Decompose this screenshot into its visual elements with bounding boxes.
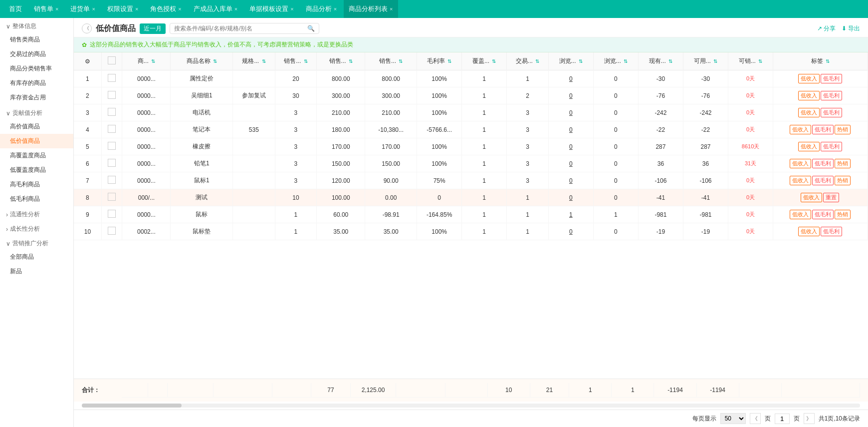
row-checkbox[interactable] (108, 125, 116, 133)
pv1-link[interactable]: 0 (569, 228, 573, 235)
nav-roles[interactable]: 角色授权 × (145, 0, 186, 18)
horizontal-scrollbar-thumb[interactable] (82, 404, 182, 408)
sidebar-group-contribution[interactable]: ∨ 贡献值分析 (0, 105, 73, 119)
pv1-link[interactable]: 0 (569, 109, 573, 116)
cell-pv1[interactable]: 0 (548, 138, 593, 155)
sidebar-item-stocked-goods[interactable]: 有库存的商品 (0, 76, 73, 90)
th-coverage[interactable]: 覆盖... ⇅ (462, 52, 507, 70)
sidebar-item-new-goods[interactable]: 新品 (0, 264, 73, 279)
horizontal-scrollbar-track[interactable] (82, 404, 860, 408)
sidebar-collapse-button[interactable]: 《 (82, 23, 92, 33)
pv1-link[interactable]: 0 (569, 177, 573, 184)
th-gross[interactable]: 毛利率 ⇅ (417, 52, 462, 70)
sidebar-item-sales-goods[interactable]: 销售类商品 (0, 32, 73, 47)
sidebar-item-traded-goods[interactable]: 交易过的商品 (0, 47, 73, 61)
pv1-link[interactable]: 1 (569, 211, 573, 218)
per-page-select[interactable]: 50 100 200 (720, 413, 746, 424)
th-check[interactable] (101, 52, 122, 70)
export-button[interactable]: ⬇ 导出 (842, 24, 860, 33)
sidebar-item-stock-capital[interactable]: 库存资金占用 (0, 90, 73, 105)
th-sales-qty[interactable]: 销售... ⇅ (275, 52, 317, 70)
row-checkbox[interactable] (108, 159, 116, 167)
sidebar-item-high-margin[interactable]: 高毛利商品 (0, 177, 73, 192)
th-pv2[interactable]: 浏览... ⇅ (593, 52, 638, 70)
th-sellable[interactable]: 可销... ⇅ (728, 52, 773, 70)
cell-pv1[interactable]: 0 (548, 87, 593, 104)
pv1-link[interactable]: 0 (569, 92, 573, 99)
nav-goods-analysis-list-close[interactable]: × (390, 6, 393, 12)
sidebar-item-low-value[interactable]: 低价值商品 (0, 134, 73, 148)
sidebar-item-category-rate[interactable]: 商品分类销售率 (0, 61, 73, 76)
cell-pv1[interactable]: 0 (548, 155, 593, 172)
sidebar-item-low-coverage[interactable]: 低覆盖度商品 (0, 163, 73, 177)
cell-pv1[interactable]: 0 (548, 223, 593, 240)
nav-template[interactable]: 单据模板设置 × (244, 0, 298, 18)
pv1-link[interactable]: 0 (569, 194, 573, 201)
select-all-checkbox[interactable] (108, 56, 116, 64)
cell-pv1[interactable]: 1 (548, 206, 593, 223)
cell-check[interactable] (101, 121, 122, 138)
cell-pv1[interactable]: 0 (548, 70, 593, 87)
last-page-button[interactable]: 》 (804, 413, 815, 424)
nav-product-warehouse-close[interactable]: × (234, 6, 237, 12)
sidebar-item-high-coverage[interactable]: 高覆盖度商品 (0, 148, 73, 163)
th-name[interactable]: 商品名称 ⇅ (171, 52, 233, 70)
cell-check[interactable] (101, 189, 122, 206)
sidebar-group-circulation[interactable]: › 流通性分析 (0, 206, 73, 221)
cell-check[interactable] (101, 70, 122, 87)
row-checkbox[interactable] (108, 227, 116, 235)
cell-check[interactable] (101, 138, 122, 155)
row-checkbox[interactable] (108, 193, 116, 201)
nav-roles-close[interactable]: × (178, 6, 181, 12)
cell-check[interactable] (101, 104, 122, 121)
sidebar-group-growth[interactable]: › 成长性分析 (0, 221, 73, 235)
nav-sales[interactable]: 销售单 × (29, 0, 63, 18)
th-stock[interactable]: 现有... ⇅ (638, 52, 683, 70)
row-checkbox[interactable] (108, 91, 116, 99)
cell-check[interactable] (101, 223, 122, 240)
th-sales-amount[interactable]: 销售... ⇅ (365, 52, 417, 70)
nav-home[interactable]: 首页 (4, 0, 27, 18)
cell-pv1[interactable]: 0 (548, 121, 593, 138)
th-gear[interactable]: ⚙ (74, 52, 101, 70)
cell-check[interactable] (101, 172, 122, 189)
first-page-button[interactable]: 《 (750, 413, 761, 424)
cell-pv1[interactable]: 0 (548, 172, 593, 189)
nav-goods-analysis-list[interactable]: 商品分析列表 × (344, 0, 398, 18)
nav-template-close[interactable]: × (290, 6, 293, 12)
time-filter-button[interactable]: 近一月 (140, 23, 166, 34)
cell-check[interactable] (101, 206, 122, 223)
sidebar-group-overview[interactable]: ∨ 整体信息 (0, 18, 73, 32)
row-checkbox[interactable] (108, 176, 116, 184)
th-code[interactable]: 商... ⇅ (122, 52, 171, 70)
cell-check[interactable] (101, 155, 122, 172)
row-checkbox[interactable] (108, 210, 116, 218)
gear-icon[interactable]: ⚙ (85, 58, 90, 65)
cell-check[interactable] (101, 87, 122, 104)
sidebar-item-low-margin[interactable]: 低毛利商品 (0, 192, 73, 206)
pv1-link[interactable]: 0 (569, 143, 573, 150)
page-input[interactable] (775, 414, 790, 424)
nav-purchase-close[interactable]: × (92, 6, 95, 12)
search-input[interactable] (174, 25, 307, 32)
th-spec[interactable]: 规格... ⇅ (233, 52, 275, 70)
share-button[interactable]: ↗ 分享 (817, 24, 836, 33)
pv1-link[interactable]: 0 (569, 126, 573, 133)
sidebar-item-all-goods[interactable]: 全部商品 (0, 250, 73, 264)
row-checkbox[interactable] (108, 142, 116, 150)
cell-pv1[interactable]: 0 (548, 189, 593, 206)
nav-product-warehouse[interactable]: 产成品入库单 × (189, 0, 242, 18)
pv1-link[interactable]: 0 (569, 75, 573, 82)
th-trade[interactable]: 交易... ⇅ (507, 52, 549, 70)
th-sales-price[interactable]: 销售... ⇅ (317, 52, 365, 70)
th-tag[interactable]: 标签 ⇅ (773, 52, 868, 70)
pv1-link[interactable]: 0 (569, 160, 573, 167)
nav-purchase[interactable]: 进货单 × (65, 0, 100, 18)
th-avail[interactable]: 可用... ⇅ (683, 52, 728, 70)
nav-permissions-close[interactable]: × (135, 6, 138, 12)
nav-goods-analysis-close[interactable]: × (334, 6, 337, 12)
sidebar-item-high-value[interactable]: 高价值商品 (0, 119, 73, 134)
sidebar-group-marketing[interactable]: ∨ 营销推广分析 (0, 235, 73, 250)
nav-goods-analysis[interactable]: 商品分析 × (301, 0, 342, 18)
search-icon[interactable]: 🔍 (307, 25, 315, 32)
